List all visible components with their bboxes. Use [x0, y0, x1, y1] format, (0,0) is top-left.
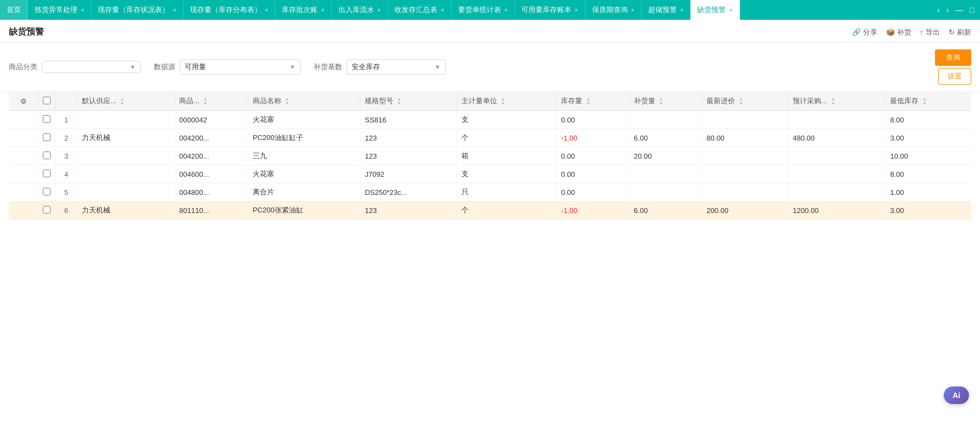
cell-goods-name-5: PC200张紧油缸	[248, 201, 360, 220]
tab-available-book[interactable]: 可用量库存账本 ×	[515, 0, 585, 20]
cell-goods-name-1: PC200油缸缸子	[248, 129, 360, 147]
cell-spec-3: J7092	[360, 165, 457, 183]
tab-order-stats[interactable]: 要货单统计表 ×	[452, 0, 515, 20]
cell-checkbox-0	[38, 111, 55, 129]
col-row-num	[55, 92, 77, 111]
supplier-sort-icon[interactable]: ▲▼	[120, 97, 124, 106]
cell-num-3: 4	[55, 165, 77, 183]
row-checkbox-1[interactable]	[43, 133, 51, 141]
replenish-select[interactable]: 安全库存 ▼	[347, 59, 446, 75]
close-tab-shortage[interactable]: ×	[729, 7, 732, 13]
share-button[interactable]: 🔗 分享	[852, 27, 877, 37]
table-row: 6 力天机械 801110... PC200张紧油缸 123 个 -1.00 6…	[9, 201, 971, 220]
replenish-sort-icon[interactable]: ▲▼	[659, 97, 663, 106]
cell-checkbox-4	[38, 183, 55, 201]
cell-min-stock-5: 3.00	[886, 201, 971, 220]
settings-button[interactable]: 设置	[938, 68, 971, 85]
cell-gear-5	[9, 201, 38, 220]
cell-replenish-3	[629, 165, 701, 183]
close-tab-inventory-status[interactable]: ×	[172, 7, 176, 13]
datasource-label: 数据源	[154, 62, 175, 72]
goods-name-sort-icon[interactable]: ▲▼	[285, 97, 289, 106]
query-button[interactable]: 查询	[935, 49, 971, 66]
goods-code-sort-icon[interactable]: ▲▼	[203, 97, 208, 106]
table-row: 1 0000042 火花塞 SS816 支 0.00 8.00	[9, 111, 971, 129]
cell-min-stock-1: 3.00	[886, 129, 971, 147]
latest-price-sort-icon[interactable]: ▲▼	[739, 97, 743, 106]
page-title: 缺货预警	[9, 26, 44, 38]
cell-replenish-0	[629, 111, 701, 129]
tab-maximize-btn[interactable]: □	[967, 0, 978, 20]
tab-minimize-btn[interactable]: —	[953, 0, 967, 20]
cell-goods-code-0: 0000042	[175, 111, 248, 129]
cell-checkbox-3	[38, 165, 55, 183]
col-spec: 规格型号 ▲▼	[360, 92, 457, 111]
cell-checkbox-5	[38, 201, 55, 220]
close-tab-pick-abnormal[interactable]: ×	[81, 7, 84, 13]
tab-shortage[interactable]: 缺货预警 ×	[691, 0, 739, 20]
close-tab-inventory-dist[interactable]: ×	[265, 7, 268, 13]
gear-icon[interactable]: ⚙	[20, 97, 27, 105]
row-checkbox-5[interactable]	[43, 206, 51, 214]
select-all-checkbox[interactable]	[43, 97, 51, 104]
cell-replenish-1: 6.00	[629, 129, 701, 147]
row-checkbox-0[interactable]	[43, 115, 51, 123]
ai-badge[interactable]: Ai	[944, 386, 969, 404]
cell-supplier-3	[77, 165, 175, 183]
tab-inventory-dist[interactable]: 现存量（库存分布表） ×	[183, 0, 275, 20]
col-select-all	[38, 92, 55, 111]
table-body: 1 0000042 火花塞 SS816 支 0.00 8.00 2 力天机械 0…	[9, 111, 971, 220]
tab-overstock[interactable]: 超储预警 ×	[642, 0, 691, 20]
datasource-select[interactable]: 可用量 ▼	[180, 59, 300, 75]
tab-batch-account[interactable]: 库存批次账 ×	[275, 0, 331, 20]
tab-inventory-status[interactable]: 现存量（库存状况表） ×	[91, 0, 183, 20]
tab-prev-btn[interactable]: ‹	[934, 0, 943, 20]
cell-gear-0	[9, 111, 38, 129]
category-select[interactable]: ▼	[42, 61, 141, 73]
unit-sort-icon[interactable]: ▲▼	[501, 97, 505, 106]
cell-min-stock-4: 1.00	[886, 183, 971, 201]
cell-num-4: 5	[55, 183, 77, 201]
close-tab-overstock[interactable]: ×	[680, 7, 683, 13]
row-checkbox-4[interactable]	[43, 188, 51, 195]
spec-sort-icon[interactable]: ▲▼	[397, 97, 402, 106]
replenish-button[interactable]: 📦 补货	[886, 27, 911, 37]
cell-checkbox-1	[38, 129, 55, 147]
cell-num-5: 6	[55, 201, 77, 220]
close-tab-available-book[interactable]: ×	[575, 7, 578, 13]
cell-unit-1: 个	[457, 129, 556, 147]
category-filter-group: 商品分类 ▼	[9, 61, 141, 73]
tab-inout-flow[interactable]: 出入库流水 ×	[332, 0, 388, 20]
min-stock-sort-icon[interactable]: ▲▼	[922, 97, 927, 106]
tab-next-btn[interactable]: ›	[943, 0, 953, 20]
close-tab-receive-total[interactable]: ×	[441, 7, 444, 13]
estimated-purchase-sort-icon[interactable]: ▲▼	[831, 97, 836, 106]
cell-supplier-1: 力天机械	[77, 129, 175, 147]
tab-receive-total[interactable]: 收发存汇总表 ×	[388, 0, 451, 20]
datasource-arrow-icon: ▼	[289, 64, 296, 70]
cell-supplier-0	[77, 111, 175, 129]
tab-pick-abnormal[interactable]: 拣货异常处理 ×	[28, 0, 91, 20]
stock-sort-icon[interactable]: ▲▼	[586, 97, 591, 106]
tab-bar: 首页 拣货异常处理 × 现存量（库存状况表） × 现存量（库存分布表） × 库存…	[0, 0, 980, 20]
col-replenish: 补货量 ▲▼	[629, 92, 701, 111]
tab-expiry[interactable]: 保质期查询 ×	[586, 0, 642, 20]
cell-goods-code-2: 004200...	[175, 147, 248, 165]
close-tab-order-stats[interactable]: ×	[504, 7, 508, 13]
close-tab-batch-account[interactable]: ×	[321, 7, 324, 13]
tab-home[interactable]: 首页	[0, 0, 28, 20]
close-tab-expiry[interactable]: ×	[631, 7, 634, 13]
close-tab-inout-flow[interactable]: ×	[377, 7, 381, 13]
cell-unit-2: 箱	[457, 147, 556, 165]
cell-estimated-purchase-0	[788, 111, 886, 129]
cell-supplier-4	[77, 183, 175, 201]
refresh-button[interactable]: ↻ 刷新	[949, 27, 971, 37]
datasource-select-value: 可用量	[185, 62, 285, 72]
col-goods-code: 商品... ▲▼	[175, 92, 248, 111]
row-checkbox-3[interactable]	[43, 170, 51, 177]
row-checkbox-2[interactable]	[43, 152, 51, 159]
col-latest-price: 最新进价 ▲▼	[702, 92, 788, 111]
export-button[interactable]: ↑ 导出	[920, 27, 940, 37]
shortage-table: ⚙ 默认供应... ▲▼ 商品... ▲▼	[9, 92, 971, 220]
cell-goods-name-4: 离合片	[248, 183, 360, 201]
